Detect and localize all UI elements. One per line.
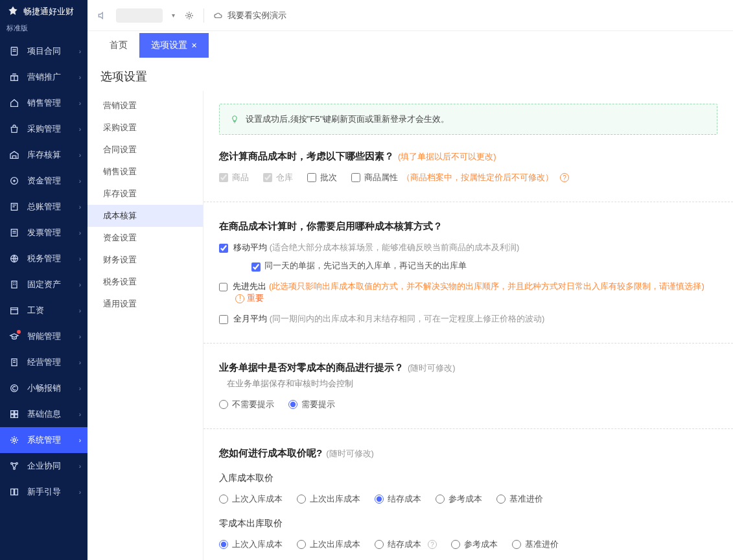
method-label: 先进先出 [233, 281, 266, 291]
sidebar-item-guide[interactable]: 新手引导› [0, 479, 87, 505]
sidebar-item-inventory[interactable]: 库存核算› [0, 142, 87, 168]
warning-icon[interactable]: ! [235, 294, 244, 303]
sidebar-item-tax[interactable]: 税务管理› [0, 246, 87, 272]
radio-input[interactable] [375, 495, 384, 504]
radio-out-base[interactable]: 基准进价 [512, 539, 559, 550]
org-selector[interactable] [116, 8, 163, 23]
submenu-item-purchase[interactable]: 采购设置 [87, 117, 203, 139]
subgroup-inbound: 入库成本取价 [219, 472, 717, 484]
checkbox-fifo[interactable]: 先进先出 (此选项只影响出库成本取值的方式，并不解决实物的出库顺序，并且此种方式… [219, 281, 717, 304]
submenu-item-tax[interactable]: 税务设置 [87, 271, 203, 293]
submenu-item-cost[interactable]: 成本核算 [87, 205, 203, 227]
sidebar-item-ledger[interactable]: 总账管理› [0, 194, 87, 220]
radio-label: 需要提示 [301, 399, 335, 410]
page-title: 选项设置 [87, 60, 733, 91]
submenu-item-fund[interactable]: 资金设置 [87, 227, 203, 249]
sidebar-item-finance[interactable]: 资金管理› [0, 168, 87, 194]
calendar-icon [9, 305, 19, 316]
sidebar-item-salary[interactable]: 工资› [0, 298, 87, 323]
radio-input[interactable] [451, 540, 460, 549]
checkbox-moving-avg[interactable]: 移动平均 (适合绝大部分成本核算场景，能够准确反映当前商品的成本及利润) 同一天… [219, 242, 717, 272]
checkbox-monthly-avg[interactable]: 全月平均 (同一期间内的出库成本和月末结存相同，可在一定程度上修正价格的波动) [219, 313, 717, 325]
radio-input[interactable] [297, 540, 306, 549]
checkbox-input[interactable] [219, 244, 228, 253]
checkbox-attr[interactable]: 商品属性（商品档案中，按属性定价后不可修改）? [351, 172, 569, 183]
radio-in-base[interactable]: 基准进价 [496, 493, 543, 505]
alert-text: 设置成功后,须按"F5"键刷新页面或重新登录才会生效。 [246, 113, 449, 125]
radio-out-balance[interactable]: 结存成本? [375, 539, 437, 550]
brand-logo: 畅捷通好业财 [0, 0, 87, 23]
checkbox-input[interactable] [219, 315, 228, 324]
checkbox-input[interactable] [351, 173, 360, 182]
sidebar-item-system[interactable]: 系统管理› [0, 427, 87, 453]
radio-in-balance[interactable]: 结存成本 [375, 493, 421, 505]
submenu-item-contract[interactable]: 合同设置 [87, 139, 203, 161]
sidebar-item-sales[interactable]: 销售管理› [0, 90, 87, 116]
checkbox-label: 商品属性 [364, 172, 398, 183]
sidebar-item-business[interactable]: 经营管理› [0, 349, 87, 375]
radio-out-ref[interactable]: 参考成本 [451, 539, 498, 550]
radio-input[interactable] [375, 540, 384, 549]
sidebar-item-label: 系统管理 [27, 434, 61, 446]
checkbox-input[interactable] [307, 173, 316, 182]
radio-in-ref[interactable]: 参考成本 [436, 493, 482, 505]
chevron-right-icon: › [79, 152, 81, 159]
radio-input[interactable] [436, 495, 445, 504]
checkbox-input[interactable] [251, 262, 261, 272]
submenu-item-sales[interactable]: 销售设置 [87, 161, 203, 183]
question-hint: (随时可修改) [408, 363, 456, 373]
submenu-item-inventory[interactable]: 库存设置 [87, 183, 203, 205]
info-icon[interactable]: ? [428, 540, 437, 549]
radio-out-last-in[interactable]: 上次入库成本 [219, 539, 283, 550]
sidebar-item-smart[interactable]: 智能管理› [0, 323, 87, 349]
chevron-right-icon: › [79, 178, 81, 185]
radio-no-prompt[interactable]: 不需要提示 [219, 399, 274, 410]
radio-in-last-out[interactable]: 上次出库成本 [297, 493, 360, 505]
submenu-item-general[interactable]: 通用设置 [87, 293, 203, 315]
sidebar-item-label: 项目合同 [27, 45, 61, 57]
info-icon[interactable]: ? [560, 173, 569, 182]
tab-home[interactable]: 首页 [98, 33, 139, 58]
question-hint: (随时可修改) [326, 449, 374, 458]
chevron-right-icon: › [79, 281, 81, 288]
chevron-down-icon[interactable]: ▾ [172, 12, 175, 19]
radio-input[interactable] [297, 495, 306, 504]
radio-label: 结存成本 [388, 493, 421, 505]
radio-need-prompt[interactable]: 需要提示 [288, 399, 335, 410]
speaker-icon[interactable] [97, 10, 107, 21]
checkbox-warehouse: 仓库 [263, 172, 293, 183]
radio-input[interactable] [496, 495, 506, 504]
radio-input[interactable] [219, 540, 228, 549]
submenu-item-marketing[interactable]: 营销设置 [87, 95, 203, 117]
question-text: 您如何进行成本取价呢? [219, 447, 322, 458]
submenu-item-finance[interactable]: 财务设置 [87, 249, 203, 271]
demo-link[interactable]: 我要看实例演示 [213, 10, 286, 21]
radio-input[interactable] [288, 400, 297, 409]
close-icon[interactable]: ✕ [191, 41, 197, 49]
checkbox-label: 商品 [232, 172, 249, 183]
checkbox-input[interactable] [219, 283, 227, 292]
gift-icon [9, 72, 19, 82]
sidebar-item-expense[interactable]: 小畅报销› [0, 375, 87, 401]
notification-dot-icon [17, 330, 21, 334]
settings-icon[interactable] [184, 10, 194, 21]
sidebar-item-fixed-assets[interactable]: 固定资产› [0, 272, 87, 298]
sidebar-item-collab[interactable]: 企业协同› [0, 453, 87, 479]
sidebar-item-basic-info[interactable]: 基础信息› [0, 401, 87, 427]
sidebar-item-invoice[interactable]: 发票管理› [0, 220, 87, 246]
radio-out-last-out[interactable]: 上次出库成本 [297, 539, 360, 550]
radio-input[interactable] [219, 400, 228, 409]
radio-input[interactable] [219, 495, 228, 504]
radio-input[interactable] [512, 540, 521, 549]
sidebar-item-project-contract[interactable]: 项目合同› [0, 38, 87, 64]
radio-in-last-in[interactable]: 上次入库成本 [219, 493, 283, 505]
house-icon [9, 98, 19, 108]
sidebar-item-purchase[interactable]: 采购管理› [0, 116, 87, 142]
sidebar-item-marketing[interactable]: 营销推广› [0, 64, 87, 90]
checkbox-same-day[interactable]: 同一天的单据，先记当天的入库单，再记当天的出库单 [251, 260, 467, 272]
checkbox-batch[interactable]: 批次 [307, 172, 337, 183]
sidebar-item-label: 新手引导 [27, 486, 61, 498]
method-note: (适合绝大部分成本核算场景，能够准确反映当前商品的成本及利润) [270, 242, 520, 252]
chevron-right-icon: › [79, 255, 81, 262]
tab-options[interactable]: 选项设置✕ [139, 33, 209, 58]
